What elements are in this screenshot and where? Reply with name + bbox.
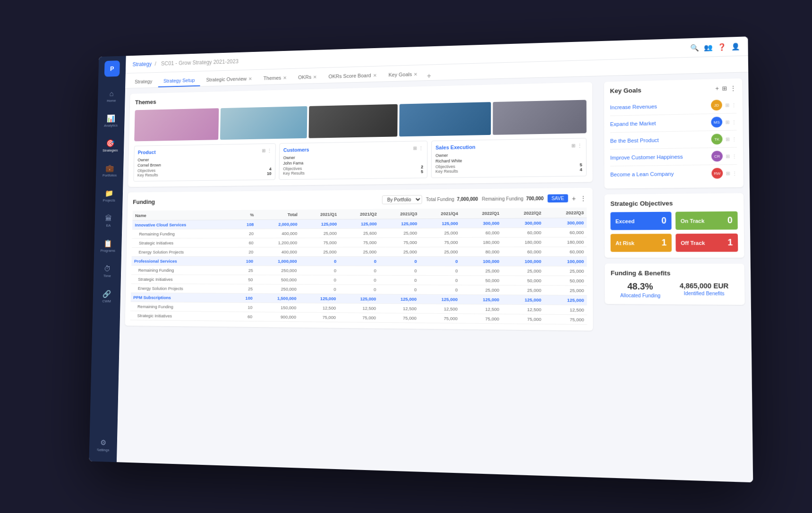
table-row: Energy Solution Projects 20 400,000 25,0…: [131, 246, 587, 256]
users-icon[interactable]: 👥: [703, 43, 712, 51]
funding-row-q121: 12,500: [299, 303, 338, 312]
goal-item: Be the Best Product TK ⊞ ⋮: [610, 130, 736, 149]
portfolios-icon: 💼: [105, 164, 114, 172]
theme-icon-6[interactable]: ⋮: [577, 143, 582, 148]
funding-row-q421: 0: [419, 266, 461, 275]
col-header-q321: 2021/Q3: [379, 209, 420, 219]
goal-more-icon[interactable]: ⋮: [731, 136, 736, 142]
tab-key-goals[interactable]: Key Goals ✕: [383, 68, 423, 81]
funding-row-pct: 60: [233, 238, 256, 247]
theme-sales-icons: ⊞ ⋮: [571, 143, 582, 148]
goal-name[interactable]: Become a Lean Company: [610, 170, 708, 177]
funding-row-q321: 75,000: [379, 237, 419, 247]
goal-more-icon[interactable]: ⋮: [731, 119, 736, 125]
funding-row-total: 250,000: [255, 284, 299, 294]
funding-row-q322: 75,000: [544, 314, 587, 324]
tile-offtrack-label: Off Track: [681, 240, 705, 246]
theme-image-4: [399, 102, 491, 136]
analytics-icon: 📊: [106, 114, 115, 122]
funding-row-q421: 0: [419, 275, 461, 285]
goal-expand-icon[interactable]: ⊞: [725, 136, 729, 142]
tab-okrs[interactable]: OKRs ✕: [292, 71, 322, 84]
tab-strategy[interactable]: Strategy: [129, 76, 157, 88]
sidebar-item-portfolios[interactable]: 💼 Portfolios: [98, 159, 121, 182]
col-header-q222: 2022/Q2: [502, 208, 544, 218]
theme-icon-3[interactable]: ⊞: [413, 145, 417, 150]
sidebar-item-analytics[interactable]: 📊 Analytics: [99, 109, 122, 133]
tab-close-icon[interactable]: ✕: [248, 76, 252, 81]
goal-name[interactable]: Improve Customer Happiness: [610, 153, 708, 160]
tab-close-icon[interactable]: ✕: [313, 74, 316, 79]
time-icon: ⏱: [103, 264, 111, 272]
sidebar-settings[interactable]: ⚙ Settings: [92, 433, 115, 457]
sidebar-item-programs[interactable]: 📋 Programs: [96, 234, 119, 258]
goal-expand-icon[interactable]: ⊞: [726, 153, 730, 159]
tab-add-button[interactable]: +: [424, 72, 434, 80]
goal-name[interactable]: Be the Best Product: [610, 136, 708, 143]
funding-row-q222: 300,000: [502, 218, 544, 228]
goal-more-icon[interactable]: ⋮: [731, 102, 736, 108]
tab-okrs-score-board[interactable]: OKRs Score Board ✕: [323, 69, 382, 83]
allocated-pct: 48.3%: [620, 281, 660, 292]
theme-icon-4[interactable]: ⋮: [419, 145, 423, 150]
goal-more-icon[interactable]: ⋮: [732, 170, 737, 176]
funding-more-icon[interactable]: ⋮: [580, 194, 587, 202]
goal-more-icon[interactable]: ⋮: [732, 153, 737, 159]
sidebar-item-cwm[interactable]: 🔗 CWM: [95, 285, 118, 308]
funding-row-q322: 300,000: [544, 218, 587, 227]
breadcrumb-strategy-link[interactable]: Strategy: [132, 60, 152, 67]
funding-add-icon[interactable]: +: [572, 194, 576, 202]
sidebar-item-time[interactable]: ⏱ Time: [96, 259, 119, 283]
goal-expand-icon[interactable]: ⊞: [725, 102, 729, 108]
goal-name[interactable]: Increase Revenues: [610, 102, 708, 110]
sidebar-item-ea[interactable]: 🏛 EA: [97, 209, 120, 232]
goal-expand-icon[interactable]: ⊞: [725, 119, 729, 125]
funding-row-q121: 0: [299, 266, 339, 275]
theme-customers-title[interactable]: Customers: [283, 147, 309, 153]
goals-list: Increase Revenues JD ⊞ ⋮ Expand the Mark…: [610, 96, 737, 183]
goal-expand-icon[interactable]: ⊞: [726, 170, 730, 176]
funding-row-name: Professional Services: [131, 256, 233, 265]
col-header-q421: 2021/Q4: [420, 208, 461, 219]
funding-row-total: 900,000: [255, 312, 299, 322]
theme-product-title[interactable]: Product: [137, 149, 155, 155]
tab-close-icon[interactable]: ✕: [373, 72, 376, 77]
tab-close-icon[interactable]: ✕: [282, 75, 286, 80]
goal-item: Improve Customer Happiness CR ⊞ ⋮: [610, 147, 737, 166]
key-goals-expand-icon[interactable]: ⊞: [722, 84, 727, 92]
funding-row-name: Energy Solution Projects: [131, 284, 233, 293]
tile-atrisk-value: 1: [661, 237, 667, 248]
sidebar-item-home[interactable]: ⌂ Home: [100, 84, 123, 108]
theme-col-sales: Sales Execution ⊞ ⋮ Owner Richard Whit: [431, 138, 586, 178]
theme-sales-title[interactable]: Sales Execution: [435, 144, 475, 150]
funding-row-q222: 125,000: [502, 294, 544, 304]
sidebar-item-projects[interactable]: 📁 Projects: [97, 184, 120, 207]
tab-themes[interactable]: Themes ✕: [258, 72, 292, 84]
funding-row-q421: 125,000: [419, 219, 461, 228]
funding-row-q121: 125,000: [299, 294, 339, 303]
col-header-name: Name: [132, 210, 234, 220]
theme-icon-5[interactable]: ⊞: [571, 143, 575, 148]
tab-strategic-overview[interactable]: Strategic Overview ✕: [201, 73, 257, 86]
funding-row-name: Energy Solution Projects: [131, 247, 233, 256]
tab-strategy-setup[interactable]: Strategy Setup: [158, 74, 200, 87]
key-goals-more-icon[interactable]: ⋮: [730, 84, 736, 92]
help-icon[interactable]: ❓: [717, 42, 726, 50]
theme-image-2: [220, 106, 307, 140]
funding-row-name: Remaining Funding: [132, 229, 234, 238]
key-goals-add-icon[interactable]: +: [715, 85, 719, 92]
sidebar-item-strategies[interactable]: 🎯 Strategies: [99, 134, 121, 157]
left-panel: Themes Product ⊞: [116, 76, 599, 477]
funding-benefits-title: Funding & Benefits: [610, 269, 738, 277]
theme-icon-1[interactable]: ⊞: [262, 148, 265, 153]
funding-save-button[interactable]: SAVE: [547, 194, 568, 202]
theme-icon-2[interactable]: ⋮: [267, 148, 272, 153]
tab-close-icon[interactable]: ✕: [413, 71, 417, 76]
app-logo[interactable]: P: [104, 60, 120, 77]
search-icon[interactable]: 🔍: [690, 43, 699, 51]
goal-item: Become a Lean Company RW ⊞ ⋮: [610, 165, 737, 183]
user-avatar[interactable]: 👤: [731, 42, 739, 50]
goal-name[interactable]: Expand the Market: [610, 119, 708, 126]
funding-row-q321: 125,000: [379, 219, 420, 228]
funding-filter-select[interactable]: By Portfolio: [382, 195, 422, 204]
